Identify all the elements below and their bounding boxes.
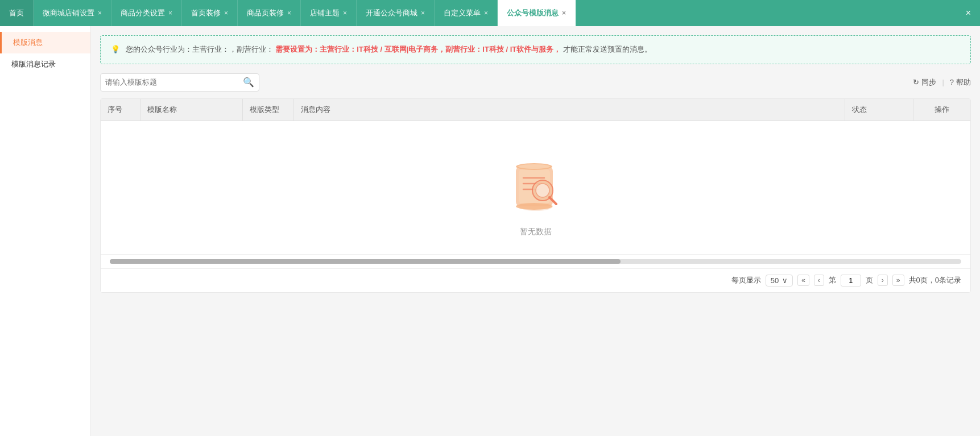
sidebar-item-template-msg-record[interactable]: 模版消息记录 (0, 53, 90, 75)
notice-highlight: 需要设置为：主营行业：IT科技 / 互联网|电子商务，副营行业：IT科技 / I… (275, 45, 561, 53)
next-page-button[interactable]: › (878, 275, 888, 286)
sync-icon: ↻ (913, 78, 919, 86)
th-action: 操作 (913, 99, 970, 121)
empty-text: 暂无数据 (520, 227, 552, 237)
help-button[interactable]: ? 帮助 (950, 77, 971, 88)
data-table: 序号 模版名称 模版类型 消息内容 状态 操作 (100, 98, 971, 293)
svg-point-11 (516, 203, 552, 210)
tab-close-category[interactable]: × (168, 9, 172, 17)
scrollbar-track (110, 259, 961, 264)
tab-store-settings[interactable]: 微商城店铺设置 × (34, 0, 111, 26)
page-suffix: 页 (866, 275, 873, 285)
sync-button[interactable]: ↻ 同步 (913, 77, 936, 88)
per-page-select[interactable]: 50 ∨ (766, 275, 793, 286)
tab-home-decor[interactable]: 首页装修 × (182, 0, 238, 26)
tab-home[interactable]: 首页 (0, 0, 34, 26)
main-layout: 模版消息 模版消息记录 💡 您的公众号行业为：主营行业：，副营行业： 需要设置为… (0, 26, 980, 436)
tab-close-custom-menu[interactable]: × (484, 9, 488, 17)
tab-open-mall[interactable]: 开通公众号商城 × (357, 0, 435, 26)
th-name: 模版名称 (140, 99, 243, 121)
divider: | (942, 78, 944, 86)
tab-close-product-decor[interactable]: × (287, 9, 291, 17)
scrollbar-area (101, 254, 970, 268)
search-icon-btn[interactable]: 🔍 (243, 77, 254, 88)
th-content: 消息内容 (294, 99, 845, 121)
chevron-down-icon: ∨ (782, 276, 788, 285)
help-icon: ? (950, 78, 954, 86)
th-status: 状态 (845, 99, 913, 121)
per-page-value: 50 (771, 276, 779, 285)
tab-template-msg[interactable]: 公众号模版消息 × (498, 0, 576, 26)
search-actions: ↻ 同步 | ? 帮助 (913, 77, 971, 88)
empty-icon (502, 150, 570, 218)
table-header: 序号 模版名称 模版类型 消息内容 状态 操作 (101, 99, 970, 121)
search-input-wrap: 🔍 (100, 73, 259, 92)
svg-point-7 (536, 184, 549, 197)
th-seq: 序号 (101, 99, 140, 121)
tab-close-open-mall[interactable]: × (421, 9, 425, 17)
content-area: 💡 您的公众号行业为：主营行业：，副营行业： 需要设置为：主营行业：IT科技 /… (91, 26, 980, 436)
global-close-button[interactable]: × (957, 8, 980, 18)
per-page-label: 每页显示 (731, 275, 761, 285)
th-type: 模版类型 (243, 99, 294, 121)
tab-category-settings[interactable]: 商品分类设置 × (111, 0, 182, 26)
svg-point-10 (518, 164, 550, 169)
first-page-button[interactable]: « (797, 275, 809, 286)
sidebar-item-template-msg[interactable]: 模版消息 (0, 32, 90, 53)
notice-box: 💡 您的公众号行业为：主营行业：，副营行业： 需要设置为：主营行业：IT科技 /… (100, 35, 971, 64)
empty-state: 暂无数据 (101, 121, 970, 254)
bulb-icon: 💡 (111, 45, 120, 53)
tab-close-home-decor[interactable]: × (224, 9, 228, 17)
tab-close-store-settings[interactable]: × (98, 9, 102, 17)
tab-close-template-msg[interactable]: × (562, 9, 566, 17)
sidebar: 模版消息 模版消息记录 (0, 26, 91, 436)
page-prefix: 第 (829, 275, 836, 285)
search-bar: 🔍 ↻ 同步 | ? 帮助 (100, 73, 971, 92)
tab-product-decor[interactable]: 商品页装修 × (238, 0, 301, 26)
tab-custom-menu[interactable]: 自定义菜单 × (435, 0, 498, 26)
total-label: 共0页，0条记录 (909, 275, 961, 285)
scrollbar-thumb[interactable] (110, 259, 621, 264)
tab-bar: 首页 微商城店铺设置 × 商品分类设置 × 首页装修 × 商品页装修 × 店铺主… (0, 0, 980, 26)
tab-store-theme[interactable]: 店铺主题 × (301, 0, 357, 26)
tab-close-store-theme[interactable]: × (343, 9, 347, 17)
prev-page-button[interactable]: ‹ (814, 275, 824, 286)
pagination: 每页显示 50 ∨ « ‹ 第 页 › » 共0页，0条记录 (101, 268, 970, 292)
page-input[interactable] (841, 275, 861, 286)
last-page-button[interactable]: » (892, 275, 904, 286)
search-input[interactable] (105, 78, 243, 86)
